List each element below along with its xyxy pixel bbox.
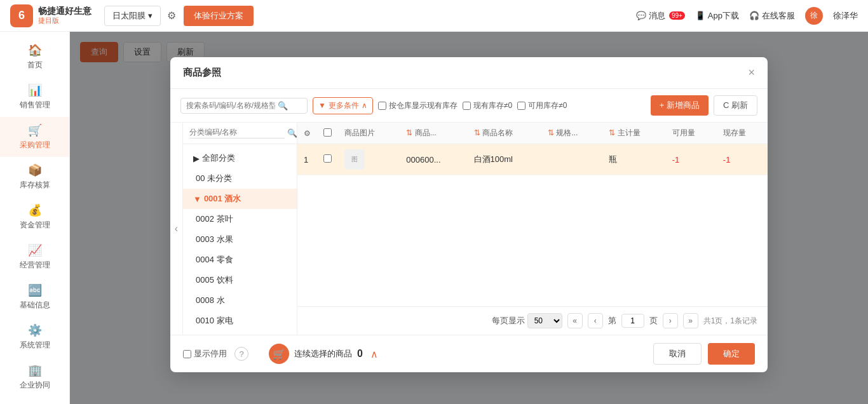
sidebar-item-7[interactable]: ⚙️系统管理 bbox=[0, 317, 69, 357]
col-checkbox[interactable] bbox=[317, 123, 338, 144]
pagination: 每页显示 50 100 200 « ‹ 第 页 bbox=[297, 306, 768, 335]
sidebar-item-1[interactable]: 📊销售管理 bbox=[0, 77, 69, 117]
table-header: ⚙ 商品图片 ⇅ 商品... ⇅ 商品名称 ⇅ 规格... ⇅ 主计量 可用量 bbox=[297, 123, 768, 144]
sidebar-label-5: 经营管理 bbox=[20, 260, 50, 271]
help-icon[interactable]: ? bbox=[234, 347, 248, 361]
category-item-8[interactable]: 0010 家电 bbox=[183, 311, 297, 331]
select-all-checkbox[interactable] bbox=[323, 128, 332, 137]
product-thumb-0: 图 bbox=[344, 149, 365, 170]
sidebar-item-5[interactable]: 📈经营管理 bbox=[0, 237, 69, 277]
trial-button[interactable]: 体验行业方案 bbox=[184, 6, 254, 26]
sort-name-icon: ⇅ bbox=[474, 128, 480, 137]
logo-text: 畅捷通好生意 bbox=[38, 6, 92, 17]
table-row[interactable]: 1 图 000600... 白酒100ml 瓶 -1 -1 bbox=[297, 144, 768, 175]
col-image-label: 商品图片 bbox=[344, 128, 375, 137]
sidebar-icon-5: 📈 bbox=[28, 243, 42, 257]
show-disabled-label[interactable]: 显示停用 bbox=[183, 348, 227, 360]
filter-collapse-icon: ∧ bbox=[362, 101, 367, 110]
next-page-button[interactable]: › bbox=[663, 313, 678, 328]
cell-index-0: 1 bbox=[297, 144, 317, 175]
confirm-button[interactable]: 确定 bbox=[708, 343, 755, 365]
page-size-select[interactable]: 50 100 200 bbox=[527, 313, 562, 328]
settings-icon[interactable]: ⚙ bbox=[167, 10, 176, 22]
cancel-button[interactable]: 取消 bbox=[653, 343, 702, 365]
page-input[interactable] bbox=[621, 314, 644, 328]
sidebar-item-3[interactable]: 📦库存核算 bbox=[0, 157, 69, 197]
cell-checkbox-0[interactable] bbox=[317, 144, 338, 175]
logo-icon: 6 bbox=[10, 4, 33, 27]
filter-label: 更多条件 bbox=[329, 100, 359, 111]
show-disabled-checkbox[interactable] bbox=[183, 350, 191, 358]
cat-label-2: 0001 酒水 bbox=[204, 193, 241, 205]
filter-button[interactable]: ▼ 更多条件 ∧ bbox=[313, 97, 373, 114]
category-item-7[interactable]: 0008 水 bbox=[183, 290, 297, 311]
category-item-4[interactable]: 0003 水果 bbox=[183, 229, 297, 250]
col-unit[interactable]: ⇅ 主计量 bbox=[602, 123, 665, 144]
category-search-input[interactable] bbox=[189, 128, 285, 138]
page-label: 第 bbox=[608, 315, 616, 327]
page-total-info: 共1页，1条记录 bbox=[703, 316, 757, 327]
category-item-5[interactable]: 0004 零食 bbox=[183, 250, 297, 270]
panel-collapse-button[interactable]: ‹ bbox=[170, 123, 183, 335]
cat-label-5: 0004 零食 bbox=[196, 254, 233, 266]
sidebar: 🏠首页📊销售管理🛒采购管理📦库存核算💰资金管理📈经营管理🔤基础信息⚙️系统管理🏢… bbox=[0, 32, 70, 404]
cat-expand-icon-2: ▼ bbox=[193, 194, 201, 204]
col-settings[interactable]: ⚙ bbox=[297, 123, 317, 144]
sidebar-icon-3: 📦 bbox=[28, 163, 42, 177]
col-image: 商品图片 bbox=[338, 123, 400, 144]
col-name[interactable]: ⇅ 商品名称 bbox=[468, 123, 542, 144]
sidebar-item-8[interactable]: 🏢企业协同 bbox=[0, 357, 69, 397]
col-spec[interactable]: ⇅ 规格... bbox=[541, 123, 602, 144]
first-page-button[interactable]: « bbox=[567, 313, 583, 328]
category-item-0[interactable]: ▶ 全部分类 bbox=[183, 148, 297, 168]
search-input[interactable] bbox=[186, 101, 275, 110]
available-stock-checkbox-label[interactable]: 可用库存≠0 bbox=[517, 100, 567, 111]
avatar[interactable]: 徐 bbox=[805, 7, 823, 25]
message-icon: 💬 bbox=[636, 11, 646, 20]
sidebar-label-1: 销售管理 bbox=[20, 100, 50, 111]
warehouse-checkbox[interactable] bbox=[378, 102, 386, 110]
sidebar-label-3: 库存核算 bbox=[20, 180, 50, 191]
col-code[interactable]: ⇅ 商品... bbox=[400, 123, 467, 144]
username-initials: 徐 bbox=[810, 10, 818, 21]
available-stock-checkbox[interactable] bbox=[517, 102, 526, 110]
nav-right: 💬 消息 99+ 📱 App下载 🎧 在线客服 徐 徐泽华 bbox=[636, 7, 858, 25]
store-selector[interactable]: 日太阳膜 ▾ bbox=[104, 6, 161, 26]
modal-close-button[interactable]: × bbox=[748, 66, 755, 79]
navbar: 6 畅捷通好生意 捷目版 日太阳膜 ▾ ⚙ 体验行业方案 💬 消息 99+ 📱 … bbox=[0, 0, 868, 32]
page-of-label: 页 bbox=[649, 315, 658, 327]
sidebar-item-0[interactable]: 🏠首页 bbox=[0, 37, 69, 77]
cart-text: 连续选择的商品 bbox=[294, 348, 352, 360]
category-search-icon: 🔍 bbox=[287, 128, 297, 138]
logo: 6 畅捷通好生意 捷目版 bbox=[10, 4, 92, 27]
category-item-3[interactable]: 0002 茶叶 bbox=[183, 209, 297, 229]
cart-collapse-icon[interactable]: ∧ bbox=[370, 348, 378, 360]
add-product-button[interactable]: + 新增商品 bbox=[651, 95, 709, 116]
prev-page-button[interactable]: ‹ bbox=[588, 313, 603, 328]
messages-item[interactable]: 💬 消息 99+ bbox=[636, 10, 685, 22]
app-download-item[interactable]: 📱 App下载 bbox=[695, 10, 739, 22]
current-stock-checkbox[interactable] bbox=[463, 102, 471, 110]
current-stock-checkbox-label[interactable]: 现有库存≠0 bbox=[463, 100, 512, 111]
row-checkbox-0[interactable] bbox=[323, 154, 332, 163]
category-item-1[interactable]: 00 未分类 bbox=[183, 168, 297, 189]
refresh-button[interactable]: C 刷新 bbox=[714, 95, 757, 116]
show-disabled-text: 显示停用 bbox=[194, 348, 227, 360]
sidebar-icon-1: 📊 bbox=[28, 83, 42, 97]
messages-badge: 99+ bbox=[669, 11, 685, 20]
table-panel: ⚙ 商品图片 ⇅ 商品... ⇅ 商品名称 ⇅ 规格... ⇅ 主计量 可用量 bbox=[297, 123, 768, 335]
last-page-button[interactable]: » bbox=[683, 313, 698, 328]
sidebar-item-2[interactable]: 🛒采购管理 bbox=[0, 117, 69, 157]
page-size-label: 每页显示 bbox=[492, 315, 525, 327]
cat-label-6: 0005 饮料 bbox=[196, 274, 233, 286]
online-service-item[interactable]: 🎧 在线客服 bbox=[749, 10, 795, 22]
sidebar-label-7: 系统管理 bbox=[20, 340, 50, 351]
category-item-6[interactable]: 0005 饮料 bbox=[183, 270, 297, 290]
sidebar-item-9[interactable]: 🎯新手引导 bbox=[0, 397, 69, 404]
sidebar-item-4[interactable]: 💰资金管理 bbox=[0, 197, 69, 237]
category-item-2[interactable]: ▼ 0001 酒水 bbox=[183, 189, 297, 209]
warehouse-checkbox-label[interactable]: 按仓库显示现有库存 bbox=[378, 100, 458, 111]
cat-label-7: 0008 水 bbox=[196, 295, 225, 306]
modal-toolbar: 🔍 ▼ 更多条件 ∧ 按仓库显示现有库存 现有库存≠0 bbox=[170, 89, 768, 123]
sidebar-item-6[interactable]: 🔤基础信息 bbox=[0, 277, 69, 317]
